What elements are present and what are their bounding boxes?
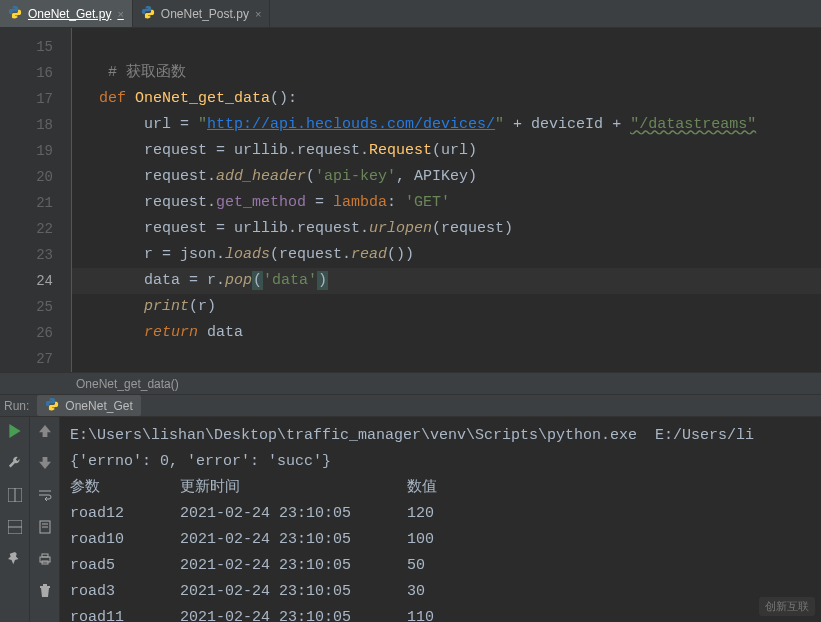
code-content[interactable]: # 获取函数 def OneNet_get_data(): url = "htt… <box>72 28 821 372</box>
rerun-icon[interactable] <box>7 423 23 439</box>
close-icon[interactable]: × <box>117 8 123 20</box>
pin-icon[interactable] <box>7 551 23 567</box>
run-config-name: OneNet_Get <box>65 399 132 413</box>
tab-label: OneNet_Get.py <box>28 7 111 21</box>
svg-rect-8 <box>42 554 48 557</box>
tab-onenet-get[interactable]: OneNet_Get.py × <box>0 0 133 27</box>
wrench-icon[interactable] <box>7 455 23 471</box>
wrap-icon[interactable] <box>37 487 53 503</box>
layout-icon[interactable] <box>7 487 23 503</box>
run-header: Run: OneNet_Get <box>0 395 821 417</box>
run-toolbar-right <box>30 417 60 622</box>
up-arrow-icon[interactable] <box>37 423 53 439</box>
close-icon[interactable]: × <box>255 8 261 20</box>
down-arrow-icon[interactable] <box>37 455 53 471</box>
python-file-icon <box>45 397 59 414</box>
tab-label: OneNet_Post.py <box>161 7 249 21</box>
trash-icon[interactable] <box>37 583 53 599</box>
breadcrumb[interactable]: OneNet_get_data() <box>0 372 821 394</box>
editor-tabs: OneNet_Get.py × OneNet_Post.py × <box>0 0 821 28</box>
watermark: 创新互联 <box>759 597 815 616</box>
run-label: Run: <box>4 399 29 413</box>
breadcrumb-text: OneNet_get_data() <box>76 377 179 391</box>
code-editor[interactable]: 15161718192021222324252627 # 获取函数 def On… <box>0 28 821 372</box>
python-file-icon <box>8 5 22 22</box>
console-output[interactable]: E:\Users\lishan\Desktop\traffic_manager\… <box>60 417 821 622</box>
layout2-icon[interactable] <box>7 519 23 535</box>
scroll-icon[interactable] <box>37 519 53 535</box>
run-config-tab[interactable]: OneNet_Get <box>37 395 140 416</box>
python-file-icon <box>141 5 155 22</box>
run-toolbar-left <box>0 417 30 622</box>
line-number-gutter: 15161718192021222324252627 <box>0 28 72 372</box>
tab-onenet-post[interactable]: OneNet_Post.py × <box>133 0 271 27</box>
run-tool-window: Run: OneNet_Get E:\Users\lishan\Desktop\… <box>0 394 821 622</box>
print-icon[interactable] <box>37 551 53 567</box>
watermark-text: 创新互联 <box>765 600 809 612</box>
